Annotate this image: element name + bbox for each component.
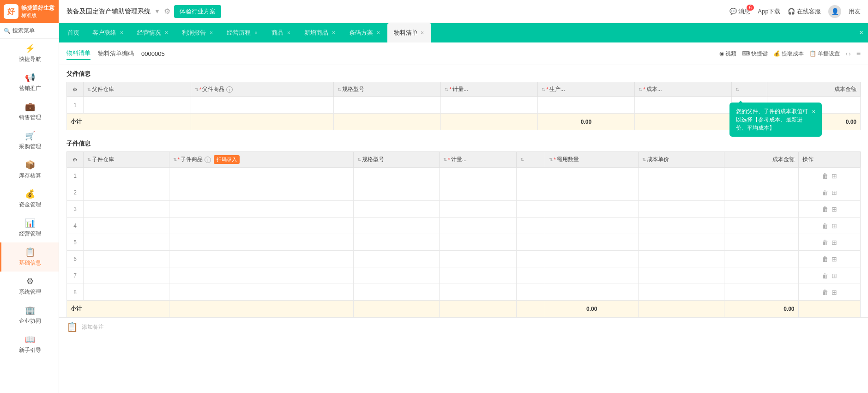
child-unit-cost-cell[interactable] [639,234,724,251]
delete-icon[interactable]: 🗑 [822,206,828,213]
child-extra-cell[interactable] [517,251,545,267]
child-goods-cell[interactable] [169,267,354,284]
child-qty-cell[interactable] [545,201,639,218]
action-extract-cost[interactable]: 💰 提取成本 [773,50,804,58]
scan-input-button[interactable]: 扫码录入 [214,155,240,164]
arrow-left-icon[interactable]: ‹ [845,50,848,57]
child-unit-cost-cell[interactable] [639,267,724,284]
tab-customer-close[interactable]: × [119,30,124,36]
app-download-link[interactable]: App下载 [758,7,780,16]
child-unit-cost-cell[interactable] [639,168,724,184]
child-goods-cell[interactable] [169,201,354,218]
copy-icon[interactable]: ⊞ [832,255,837,263]
sidebar-item-marketing[interactable]: 📢 营销推广 [0,68,59,97]
tab-home[interactable]: 首页 [61,23,86,42]
tab-operations-close[interactable]: × [164,30,169,36]
arrow-right-icon[interactable]: › [849,50,851,57]
copy-icon[interactable]: ⊞ [832,172,837,180]
delete-icon[interactable]: 🗑 [822,222,828,230]
child-spec-cell[interactable] [354,267,440,284]
sidebar-item-system[interactable]: ⚙ 系统管理 [0,272,59,301]
child-unit-cost-cell[interactable] [639,251,724,267]
child-unit-cell[interactable] [439,234,516,251]
copy-icon[interactable]: ⊞ [832,239,837,246]
sidebar-item-guide[interactable]: 📖 新手引导 [0,330,59,359]
child-spec-cell[interactable] [354,184,440,201]
trial-button[interactable]: 体验行业方案 [174,5,221,18]
search-menu[interactable]: 🔍 搜索菜单 [0,23,59,39]
child-extra-cell[interactable] [517,218,545,234]
child-unit-cell[interactable] [439,284,516,301]
copy-icon[interactable]: ⊞ [832,222,837,230]
sidebar-item-sales[interactable]: 💼 销售管理 [0,97,59,126]
child-goods-cell[interactable] [169,168,354,184]
child-unit-cost-cell[interactable] [639,201,724,218]
child-qty-cell[interactable] [545,251,639,267]
delete-icon[interactable]: 🗑 [822,289,828,296]
parent-unit-cell[interactable] [441,97,538,114]
child-extra-cell[interactable] [517,284,545,301]
tab-barcode[interactable]: 条码方案 × [343,23,387,42]
delete-icon[interactable]: 🗑 [822,172,828,180]
bottom-doc-icon[interactable]: 📋 [66,321,78,333]
parent-warehouse-cell[interactable] [84,97,191,114]
delete-icon[interactable]: 🗑 [822,272,828,279]
child-qty-cell[interactable] [545,184,639,201]
sub-tab-bom[interactable]: 物料清单 [66,47,90,60]
child-extra-cell[interactable] [517,168,545,184]
tab-goods[interactable]: 商品 × [265,23,298,42]
child-unit-cost-cell[interactable] [639,218,724,234]
copy-icon[interactable]: ⊞ [832,206,837,213]
sidebar-item-purchase[interactable]: 🛒 采购管理 [0,126,59,155]
child-info-icon[interactable]: i [205,157,211,163]
tab-history[interactable]: 经营历程 × [220,23,265,42]
tab-bom[interactable]: 物料清单 × [387,23,431,42]
delete-icon[interactable]: 🗑 [822,239,828,246]
child-unit-cell[interactable] [439,218,516,234]
child-warehouse-cell[interactable] [84,168,169,184]
child-warehouse-cell[interactable] [84,284,169,301]
child-warehouse-cell[interactable] [84,218,169,234]
sub-tab-bom-code[interactable]: 物料清单编码 [98,48,134,60]
child-col-settings[interactable]: ⚙ [67,152,84,168]
child-unit-cell[interactable] [439,201,516,218]
child-extra-cell[interactable] [517,234,545,251]
sidebar-item-enterprise[interactable]: 🏢 企业协同 [0,301,59,330]
tab-new-goods[interactable]: 新增商品 × [298,23,343,42]
copy-icon[interactable]: ⊞ [832,289,837,296]
action-doc-settings[interactable]: 📋 单据设置 [809,50,840,58]
view-toggle-icon[interactable]: ≡ [856,49,861,58]
child-unit-cost-cell[interactable] [639,284,724,301]
copy-icon[interactable]: ⊞ [832,272,837,279]
child-qty-cell[interactable] [545,218,639,234]
settings-icon[interactable]: ⚙ [164,7,170,16]
child-spec-cell[interactable] [354,201,440,218]
child-warehouse-cell[interactable] [84,201,169,218]
sidebar-item-finance[interactable]: 💰 资金管理 [0,184,59,213]
tab-history-close[interactable]: × [253,30,259,36]
child-unit-cell[interactable] [439,267,516,284]
sidebar-item-inventory[interactable]: 📦 库存核算 [0,155,59,184]
dropdown-icon[interactable]: ▼ [154,8,160,15]
online-service-link[interactable]: 🎧 在线客服 [788,7,821,16]
action-shortcut[interactable]: ⌨ 快捷键 [742,50,768,58]
child-warehouse-cell[interactable] [84,251,169,267]
delete-icon[interactable]: 🗑 [822,189,828,196]
sidebar-item-operations[interactable]: 📊 经营管理 [0,213,59,242]
child-spec-cell[interactable] [354,234,440,251]
sidebar-item-basic-info[interactable]: 📋 基础信息 [0,242,59,272]
delete-icon[interactable]: 🗑 [822,255,828,263]
child-goods-cell[interactable] [169,251,354,267]
message-icon-container[interactable]: 💬 6 消息 [729,7,751,16]
child-qty-cell[interactable] [545,284,639,301]
user-avatar[interactable]: 👤 [828,5,841,18]
child-goods-cell[interactable] [169,184,354,201]
child-spec-cell[interactable] [354,168,440,184]
child-warehouse-cell[interactable] [84,184,169,201]
tab-operations[interactable]: 经营情况 × [131,23,175,42]
child-extra-cell[interactable] [517,184,545,201]
tab-goods-close[interactable]: × [286,30,291,36]
sidebar-item-quick-nav[interactable]: ⚡ 快捷导航 [0,39,59,68]
tab-barcode-close[interactable]: × [376,30,381,36]
child-unit-cell[interactable] [439,251,516,267]
